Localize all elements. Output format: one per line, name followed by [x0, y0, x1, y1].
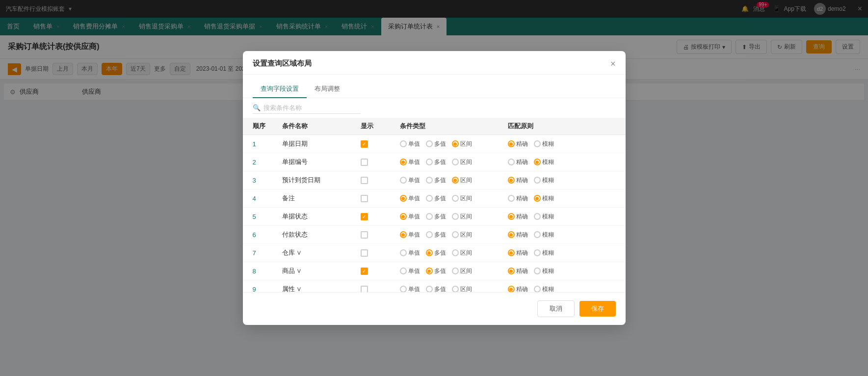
- modal-tab-fields-label: 查询字段设置: [261, 85, 299, 92]
- modal-dialog: 设置查询区域布局 × 查询字段设置 布局调整 🔍 顺序 条件名称: [243, 51, 626, 105]
- search-icon: 🔍: [253, 104, 261, 105]
- modal-close-btn[interactable]: ×: [610, 59, 616, 68]
- modal-title: 设置查询区域布局: [253, 59, 312, 68]
- modal-tabs: 查询字段设置 布局调整: [243, 75, 626, 98]
- modal-overlay: 设置查询区域布局 × 查询字段设置 布局调整 🔍 顺序 条件名称: [0, 0, 868, 105]
- modal-tab-fields[interactable]: 查询字段设置: [253, 81, 307, 98]
- modal-header: 设置查询区域布局 ×: [243, 51, 626, 75]
- modal-search-inner: 🔍: [253, 104, 361, 105]
- modal-search-area: 🔍: [243, 98, 626, 105]
- modal-tab-layout[interactable]: 布局调整: [307, 81, 348, 98]
- modal-tab-layout-label: 布局调整: [315, 85, 340, 92]
- search-input[interactable]: [263, 104, 352, 105]
